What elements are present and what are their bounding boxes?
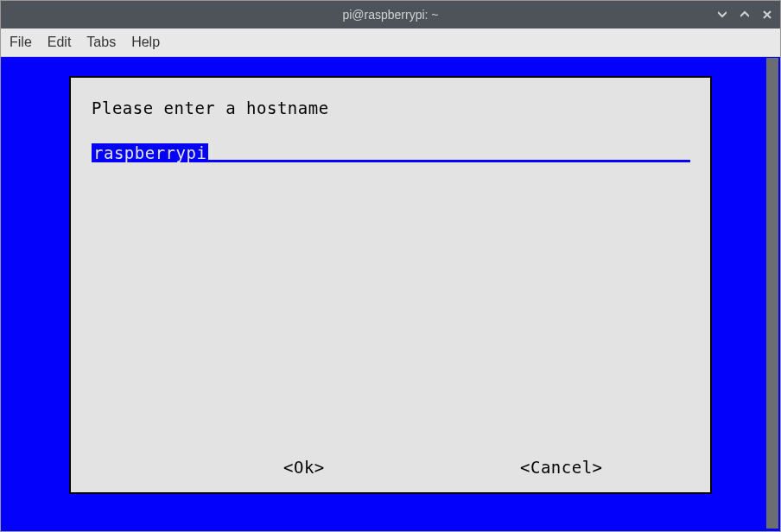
terminal-area: Please enter a hostname raspberrypi <Ok>… xyxy=(1,57,780,531)
hostname-dialog: Please enter a hostname raspberrypi <Ok>… xyxy=(69,76,712,494)
hostname-input-blank[interactable] xyxy=(208,143,690,162)
hostname-input-value[interactable]: raspberrypi xyxy=(92,143,208,162)
menu-file[interactable]: File xyxy=(10,35,32,50)
scrollbar-thumb[interactable] xyxy=(766,58,778,529)
minimize-icon[interactable] xyxy=(718,9,727,21)
menu-help[interactable]: Help xyxy=(131,35,160,50)
window-controls xyxy=(718,9,771,21)
titlebar: pi@raspberrypi: ~ xyxy=(1,1,780,28)
scrollbar[interactable] xyxy=(766,58,778,529)
menubar: File Edit Tabs Help xyxy=(1,28,780,57)
maximize-icon[interactable] xyxy=(740,9,749,21)
menu-tabs[interactable]: Tabs xyxy=(86,35,116,50)
cancel-button[interactable]: <Cancel> xyxy=(520,458,603,477)
ok-button[interactable]: <Ok> xyxy=(283,458,325,477)
dialog-prompt: Please enter a hostname xyxy=(92,98,693,117)
window-title: pi@raspberrypi: ~ xyxy=(342,8,438,22)
menu-edit[interactable]: Edit xyxy=(48,35,72,50)
hostname-input-row[interactable]: raspberrypi xyxy=(92,143,693,162)
terminal-window: pi@raspberrypi: ~ File Edit Tabs Help Pl… xyxy=(0,0,781,532)
close-icon[interactable] xyxy=(763,9,771,21)
